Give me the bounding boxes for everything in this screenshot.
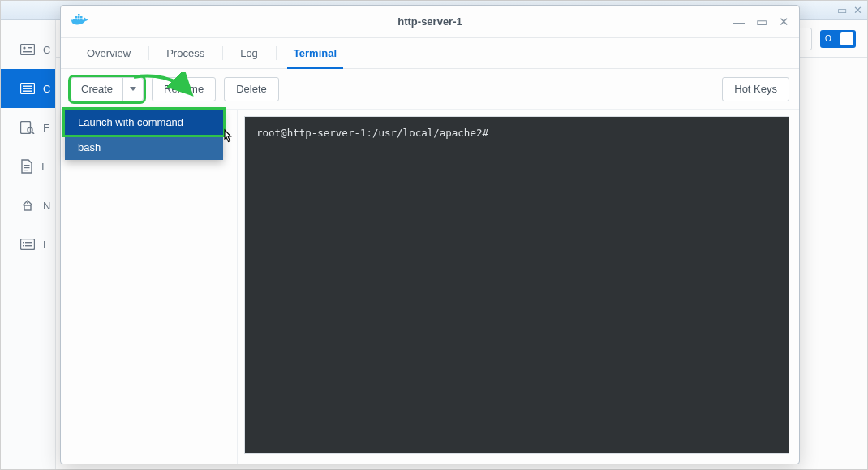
svg-rect-27 <box>80 16 83 19</box>
svg-rect-20 <box>25 245 32 246</box>
svg-rect-26 <box>78 16 80 19</box>
tab-terminal[interactable]: Terminal <box>276 38 355 68</box>
container-detail-window: http-server-1 — ▭ ✕ Overview Process Log… <box>60 5 800 464</box>
dropdown-item-label: bash <box>78 141 101 153</box>
maximize-button[interactable]: ▭ <box>756 15 767 28</box>
svg-rect-16 <box>21 239 35 250</box>
list-icon <box>20 83 35 94</box>
create-dropdown-caret[interactable] <box>122 78 143 101</box>
svg-rect-11 <box>24 165 30 166</box>
close-button[interactable]: ✕ <box>779 15 789 28</box>
sidebar-item-5[interactable]: L <box>1 225 55 264</box>
terminal-output[interactable]: root@http-server-1:/usr/local/apache2# <box>244 116 789 454</box>
card-icon <box>20 44 35 55</box>
tab-label: Process <box>166 47 204 59</box>
sidebar-item-label: L <box>43 239 49 251</box>
dropdown-item-bash[interactable]: bash <box>65 135 223 160</box>
sidebar-item-label: C <box>43 83 50 95</box>
minimize-button[interactable]: — <box>733 15 745 28</box>
terminal-prompt-line: root@http-server-1:/usr/local/apache2# <box>256 127 488 139</box>
sidebar-item-1[interactable]: C <box>1 69 55 108</box>
svg-rect-7 <box>23 91 32 92</box>
modal-body: Launch with command bash root@http-serve… <box>61 110 799 464</box>
tab-label: Log <box>240 47 258 59</box>
svg-point-15 <box>27 202 28 204</box>
sidebar-item-label: N <box>43 200 50 212</box>
chevron-down-icon <box>130 87 136 91</box>
terminal-panel: root@http-server-1:/usr/local/apache2# <box>238 110 799 464</box>
create-button[interactable]: Create <box>71 77 144 101</box>
tab-log[interactable]: Log <box>222 38 276 68</box>
network-icon <box>20 199 35 212</box>
sidebar-item-0[interactable]: C <box>1 30 55 69</box>
button-label: Delete <box>236 83 267 95</box>
svg-rect-0 <box>21 45 35 55</box>
svg-rect-13 <box>24 170 28 170</box>
sidebar-item-4[interactable]: N <box>1 186 55 225</box>
create-dropdown-menu: Launch with command bash <box>65 110 223 160</box>
docker-whale-icon <box>71 13 90 30</box>
svg-rect-25 <box>75 16 78 19</box>
tab-label: Overview <box>87 47 131 59</box>
svg-line-10 <box>32 132 34 134</box>
tab-overview[interactable]: Overview <box>69 38 148 68</box>
create-button-label: Create <box>71 78 122 101</box>
button-label: Hot Keys <box>734 83 777 95</box>
svg-rect-18 <box>25 242 32 243</box>
svg-rect-14 <box>24 205 31 210</box>
svg-rect-28 <box>78 14 80 16</box>
dropdown-item-label: Launch with command <box>78 116 183 128</box>
bg-close-icon[interactable]: ✕ <box>853 4 862 16</box>
svg-rect-12 <box>24 167 30 168</box>
bg-sidebar: C C F I N <box>1 20 56 469</box>
toggle-on-label: O <box>825 34 831 43</box>
terminal-sessions-list: Launch with command bash <box>61 110 238 464</box>
hotkeys-button[interactable]: Hot Keys <box>722 77 789 101</box>
delete-button[interactable]: Delete <box>224 77 279 101</box>
cursor-pointer-icon <box>219 128 235 150</box>
modal-tabs: Overview Process Log Terminal <box>61 38 799 69</box>
svg-rect-6 <box>23 88 32 89</box>
document-icon <box>20 159 33 174</box>
sidebar-item-label: F <box>43 122 49 134</box>
bg-minimize-icon[interactable]: — <box>820 4 831 16</box>
button-label: Rename <box>164 83 204 95</box>
svg-rect-17 <box>23 242 24 243</box>
svg-rect-3 <box>23 51 32 52</box>
log-icon <box>20 239 35 250</box>
modal-title: http-server-1 <box>61 15 799 28</box>
bg-toggle[interactable]: O <box>820 30 856 48</box>
svg-rect-19 <box>23 245 24 246</box>
tab-label: Terminal <box>294 47 337 59</box>
dropdown-item-launch-with-command[interactable]: Launch with command <box>65 110 223 135</box>
search-doc-icon <box>20 121 35 134</box>
modal-titlebar[interactable]: http-server-1 — ▭ ✕ <box>61 6 799 38</box>
rename-button[interactable]: Rename <box>152 77 216 101</box>
svg-point-1 <box>23 46 25 49</box>
tab-process[interactable]: Process <box>148 38 222 68</box>
sidebar-item-label: C <box>43 44 50 56</box>
bg-maximize-icon[interactable]: ▭ <box>837 4 847 16</box>
modal-toolbar: Create Rename Delete Hot Keys <box>61 69 799 110</box>
sidebar-item-label: I <box>41 161 45 173</box>
toggle-knob <box>840 32 853 45</box>
svg-rect-5 <box>23 86 32 87</box>
sidebar-item-2[interactable]: F <box>1 108 55 147</box>
sidebar-item-3[interactable]: I <box>1 147 55 186</box>
svg-rect-2 <box>28 47 32 48</box>
